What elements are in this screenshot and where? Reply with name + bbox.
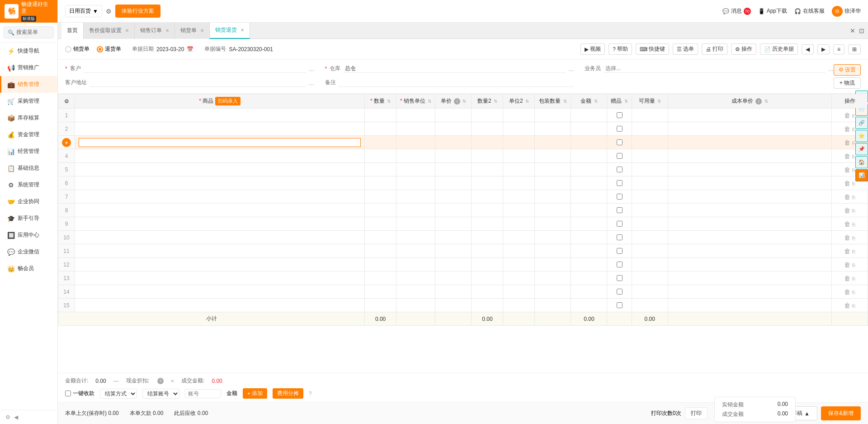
quantity-cell-14[interactable] [365,285,396,299]
shortcut-btn[interactable]: ⌨ 快捷键 [636,43,669,55]
amount-cell-4[interactable] [571,149,607,163]
quantity-cell-4[interactable] [365,149,396,163]
remark-input[interactable] [339,78,574,87]
unit-price-cell-1[interactable] [435,109,472,122]
sidebar-item-operation[interactable]: 📊 经营管理 [0,143,57,160]
settlement-select[interactable]: 结算方式 [100,389,137,399]
gift-cell-3[interactable] [607,136,632,149]
delete-btn-13[interactable]: 🗑 [844,275,850,282]
copy-btn-8[interactable]: ⎘ [852,208,855,214]
amount-cell-15[interactable] [571,299,607,312]
delete-btn-1[interactable]: 🗑 [844,112,850,119]
cost-price-cell-9[interactable] [668,217,831,231]
product-cell-4[interactable] [75,149,365,163]
cost-price-cell-8[interactable] [668,204,831,217]
amount-cell-3[interactable] [571,136,607,149]
quantity-cell-9[interactable] [365,217,396,231]
fee-help-icon[interactable]: ? [309,391,312,397]
gift-checkbox-5[interactable] [617,167,623,172]
available-cell-6[interactable] [632,176,668,190]
unit2-cell-8[interactable] [503,204,535,217]
package-qty-cell-6[interactable] [535,176,571,190]
cost-price-cell-11[interactable] [668,244,831,258]
sales-unit-cell-14[interactable] [396,285,435,299]
gift-checkbox-7[interactable] [617,194,623,200]
sales-unit-cell-8[interactable] [396,204,435,217]
product-cell-1[interactable] [75,109,365,122]
product-cell-11[interactable] [75,244,365,258]
available-cell-3[interactable] [632,136,668,149]
next-record-btn[interactable]: ▶ [817,44,830,54]
sidebar-item-member[interactable]: 👑 畅会员 [0,260,57,277]
gift-checkbox-11[interactable] [617,248,623,254]
cost-price-cell-15[interactable] [668,299,831,312]
quantity2-cell-1[interactable] [472,109,503,122]
sidebar-item-purchase[interactable]: 🛒 采购管理 [0,93,57,110]
delete-btn-2[interactable]: 🗑 [844,125,850,133]
sales-unit-cell-10[interactable] [396,231,435,244]
prev-record-btn[interactable]: ◀ [802,44,814,54]
quantity2-cell-8[interactable] [472,204,503,217]
cost-price-cell-7[interactable] [668,190,831,204]
quick-action-5[interactable]: 📌 [855,143,868,155]
unit-price-cell-10[interactable] [435,231,472,244]
package-qty-cell-12[interactable] [535,258,571,272]
unit2-cell-7[interactable] [503,190,535,204]
quantity-cell-11[interactable] [365,244,396,258]
cost-price-cell-14[interactable] [668,285,831,299]
cost-price-cell-10[interactable] [668,231,831,244]
one-click-check[interactable] [65,391,71,396]
gift-checkbox-13[interactable] [617,275,623,281]
cost-price-cell-5[interactable] [668,163,831,176]
amount-cell-9[interactable] [571,217,607,231]
sales-unit-cell-3[interactable] [396,136,435,149]
unit2-cell-6[interactable] [503,176,535,190]
sales-unit-cell-9[interactable] [396,217,435,231]
quantity2-cell-11[interactable] [472,244,503,258]
gift-cell-8[interactable] [607,204,632,217]
operation-btn[interactable]: ⚙ 操作 [731,43,756,55]
package-qty-cell-9[interactable] [535,217,571,231]
unit-price-cell-8[interactable] [435,204,472,217]
copy-btn-4[interactable]: ⎘ [852,154,855,159]
unit2-cell-3[interactable] [503,136,535,149]
quantity-cell-8[interactable] [365,204,396,217]
quantity-cell-7[interactable] [365,190,396,204]
help-btn[interactable]: ? 帮助 [609,43,632,55]
quantity2-cell-10[interactable] [472,231,503,244]
copy-btn-2[interactable]: ⎘ [852,127,855,132]
add-payment-btn[interactable]: + 添加 [243,388,267,399]
delete-btn-9[interactable]: 🗑 [844,220,850,228]
account-select[interactable]: 结算账号 [142,389,179,399]
copy-btn-1[interactable]: ⎘ [852,113,855,119]
maximize-icon[interactable]: ⊡ [859,27,864,34]
sidebar-item-system[interactable]: ⚙ 系统管理 [0,176,57,193]
delete-btn-11[interactable]: 🗑 [844,248,850,255]
sort-cost-icon[interactable]: ⇅ [764,99,768,104]
package-qty-cell-7[interactable] [535,190,571,204]
available-cell-4[interactable] [632,149,668,163]
product-cell-6[interactable] [75,176,365,190]
copy-btn-13[interactable]: ⎘ [852,276,855,281]
cost-price-cell-3[interactable] [668,136,831,149]
sidebar-item-finance[interactable]: 💰 资金管理 [0,126,57,143]
account-input[interactable] [185,389,221,398]
unit-price-cell-4[interactable] [435,149,472,163]
cost-price-cell-12[interactable] [668,258,831,272]
sidebar-item-sales[interactable]: 💼 销售管理 [0,76,57,93]
settings-action-btn[interactable]: ⚙ 设置 [834,64,861,76]
gift-cell-7[interactable] [607,190,632,204]
package-qty-cell-13[interactable] [535,272,571,285]
quantity2-cell-13[interactable] [472,272,503,285]
select-btn[interactable]: ☰ 选单 [673,43,698,55]
tab-price-settings[interactable]: 售价提取设置 ✕ [84,23,135,39]
staff-input[interactable] [604,64,826,73]
quantity2-cell-9[interactable] [472,217,503,231]
one-click-checkbox[interactable]: 一键收款 [65,390,94,397]
trial-button[interactable]: 体验行业方案 [115,5,160,18]
gift-cell-10[interactable] [607,231,632,244]
quantity2-cell-15[interactable] [472,299,503,312]
available-cell-14[interactable] [632,285,668,299]
copy-btn-15[interactable]: ⎘ [852,303,855,309]
product-cell-10[interactable] [75,231,365,244]
